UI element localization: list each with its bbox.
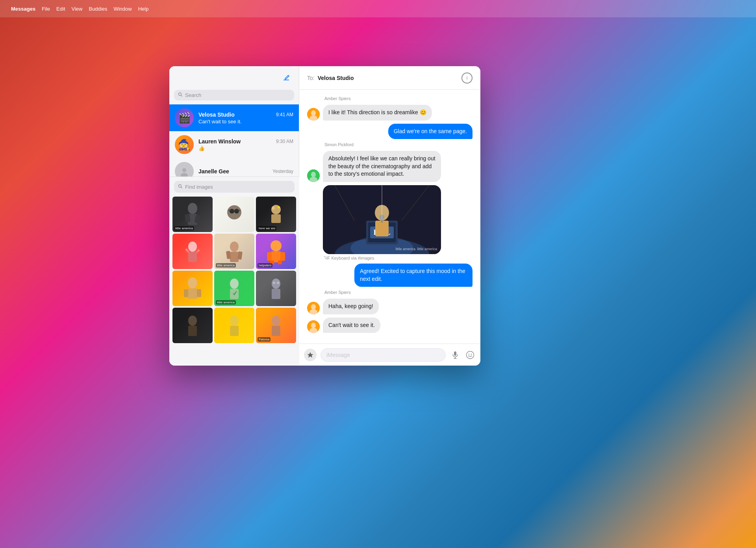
svg-point-25 [271,240,282,251]
conv-info-janelle: Janelle Gee Yesterday [198,168,293,175]
svg-rect-20 [188,252,197,262]
app-store-button[interactable] [304,349,317,361]
avatar-simon [307,169,320,182]
menubar-edit[interactable]: Edit [56,6,65,12]
gif-cell-9[interactable] [256,271,296,306]
svg-rect-33 [184,289,188,297]
gif-via-label: via #images [351,256,374,260]
svg-point-51 [311,172,316,177]
conv-preview-velosa: Can't wait to see it. [198,119,293,124]
message-bubble-7: Can't wait to see it. [323,318,380,333]
avatar-amber-3 [307,320,320,333]
gif-cell-10[interactable] [172,308,213,343]
gif-cell-6[interactable]: helpsters [256,234,296,269]
gif-cell-8[interactable]: little america [214,271,254,306]
svg-point-35 [230,279,239,289]
avatar-amber-2 [307,302,320,314]
message-placeholder: iMessage [326,352,350,358]
message-bubble-3: Absolutely! I feel like we can really br… [323,151,441,182]
message-bubble-2: Glad we're on the same page. [388,124,472,139]
message-bubble-5: Agreed! Excited to capture this mood in … [354,264,472,287]
svg-point-41 [188,316,197,326]
svg-point-18 [278,206,280,208]
menubar: Messages File Edit View Buddies Window H… [0,0,756,17]
conversation-panel: 🎬 Velosa Studio 9:41 AM Can't wait to se… [169,66,299,366]
gif-search-input[interactable] [185,184,291,190]
search-bar[interactable] [174,90,294,100]
svg-point-39 [273,282,275,284]
menubar-file[interactable]: File [42,6,50,12]
svg-line-5 [181,187,182,188]
svg-point-17 [272,206,275,210]
svg-point-45 [272,316,280,326]
gif-cell-5[interactable]: little america [214,234,254,269]
message-row-2: Glad we're on the same page. [307,124,472,139]
conv-name-lauren: Lauren Winslow [198,138,241,145]
svg-rect-46 [272,326,280,336]
conv-time-janelle: Yesterday [272,169,293,174]
message-row-7: Can't wait to see it. [307,318,472,333]
to-label: To: [307,75,315,81]
svg-rect-71 [454,351,456,356]
gif-picker-panel: little america [169,176,299,366]
svg-rect-61 [375,221,389,236]
sender-label-simon: Simon Pickford [324,142,472,147]
svg-rect-13 [228,210,241,211]
conversation-item-lauren[interactable]: 🧙 Lauren Winslow 9:30 AM 👍 [169,131,299,158]
avatar-lauren: 🧙 [175,135,194,154]
compose-button[interactable] [280,72,293,84]
menubar-app-name[interactable]: Messages [11,6,35,12]
gif-overlay-text-1: little america [174,226,194,230]
gif-search-bar[interactable] [174,181,295,193]
conv-name-velosa: Velosa Studio [198,111,235,118]
message-row-gif: R60L little america [323,185,472,260]
svg-rect-27 [267,252,272,261]
conv-time-lauren: 9:30 AM [276,139,293,144]
message-bubble-6: Haha, keep going! [323,299,379,314]
chat-header: To: Velosa Studio i [299,66,480,90]
gif-cell-12[interactable]: Paloma [256,308,296,343]
svg-rect-23 [226,251,231,259]
menubar-window[interactable]: Window [113,6,132,12]
emoji-button[interactable] [465,349,476,360]
gif-cell-4[interactable] [172,234,213,269]
menubar-view[interactable]: View [72,6,83,12]
chat-info-button[interactable]: i [461,72,472,84]
svg-rect-28 [280,252,285,261]
gif-cell-7[interactable] [172,271,213,306]
svg-point-74 [467,351,474,359]
message-input-field[interactable]: iMessage [321,348,446,362]
svg-rect-44 [230,326,239,336]
gif-overlay-text-6: helpsters [258,263,272,267]
info-icon: i [467,75,468,81]
svg-point-14 [230,214,238,218]
messages-window: 🎬 Velosa Studio 9:41 AM Can't wait to se… [169,66,480,366]
svg-point-48 [311,110,316,116]
gif-message: R60L little america [323,185,441,260]
gif-image: R60L little america [323,185,441,254]
gif-overlay-text-12: Paloma [258,337,271,342]
svg-rect-38 [272,289,280,299]
message-row-1: I like it! This direction is so dreamlik… [307,105,472,121]
svg-point-40 [277,282,279,284]
message-row-5: Agreed! Excited to capture this mood in … [307,264,472,287]
chat-messages: Amber Spiers I like it! This direction i… [299,90,480,344]
conv-preview-lauren: 👍 [198,145,293,151]
gif-cell-3[interactable]: here we are [256,197,296,232]
gif-cell-11[interactable] [214,308,254,343]
message-row-6: Haha, keep going! [307,299,472,314]
svg-rect-16 [271,214,281,223]
svg-rect-30 [278,260,282,264]
audio-button[interactable] [450,349,461,360]
menubar-help[interactable]: Help [138,6,149,12]
svg-point-43 [230,316,239,326]
gif-cell-1[interactable]: little america [172,197,213,232]
svg-rect-22 [230,252,239,262]
svg-point-21 [230,241,239,252]
conv-name-janelle: Janelle Gee [198,168,229,175]
conversation-item-velosa[interactable]: 🎬 Velosa Studio 9:41 AM Can't wait to se… [169,104,299,131]
message-row-3: Absolutely! I feel like we can really br… [307,151,472,182]
search-input[interactable] [185,92,290,98]
gif-cell-2[interactable] [214,197,254,232]
menubar-buddies[interactable]: Buddies [89,6,107,12]
